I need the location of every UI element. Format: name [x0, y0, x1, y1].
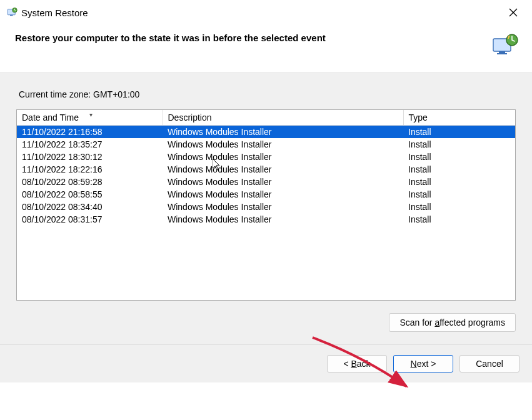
cell-date: 08/10/2022 08:34:40: [17, 201, 163, 213]
back-button[interactable]: < Back: [327, 355, 387, 372]
table-row[interactable]: 08/10/2022 08:59:28Windows Modules Insta…: [17, 176, 515, 188]
headline-bar: Restore your computer to the state it wa…: [0, 25, 532, 73]
cell-desc: Windows Modules Installer: [163, 201, 403, 213]
table-row[interactable]: 08/10/2022 08:31:57Windows Modules Insta…: [17, 213, 515, 226]
close-button[interactable]: [503, 4, 523, 21]
column-header-type-label: Type: [409, 112, 428, 122]
cell-desc: Windows Modules Installer: [163, 213, 403, 226]
cell-type: Install: [403, 163, 515, 176]
next-button[interactable]: Next >: [393, 355, 453, 372]
column-header-date-label: Date and Time: [22, 112, 79, 122]
cell-type: Install: [403, 213, 515, 226]
next-mnemonic: N: [411, 359, 417, 369]
column-header-description[interactable]: Description: [163, 110, 403, 126]
cell-type: Install: [403, 201, 515, 213]
cell-date: 11/10/2022 18:35:27: [17, 138, 163, 151]
cell-desc: Windows Modules Installer: [163, 138, 403, 151]
svg-rect-4: [499, 51, 505, 53]
sort-descending-icon: ▾: [89, 111, 93, 118]
content-area: Current time zone: GMT+01:00 Date and Ti…: [0, 73, 532, 344]
cell-date: 11/10/2022 18:30:12: [17, 151, 163, 163]
table-row[interactable]: 08/10/2022 08:58:55Windows Modules Insta…: [17, 188, 515, 201]
system-restore-icon: [6, 7, 18, 18]
cell-date: 11/10/2022 21:16:58: [17, 126, 163, 139]
svg-rect-5: [497, 53, 507, 54]
timezone-label: Current time zone: GMT+01:00: [16, 89, 516, 99]
back-suffix: ack: [357, 359, 371, 369]
cell-desc: Windows Modules Installer: [163, 188, 403, 201]
cell-type: Install: [403, 126, 515, 139]
scan-prefix: Scan for: [399, 318, 434, 328]
headline-text: Restore your computer to the state it wa…: [15, 32, 326, 43]
svg-rect-1: [10, 15, 13, 16]
cell-type: Install: [403, 176, 515, 188]
scan-suffix: ffected programs: [439, 318, 505, 328]
cell-date: 11/10/2022 18:22:16: [17, 163, 163, 176]
back-prefix: <: [343, 359, 351, 369]
restore-points-table: Date and Time ▾ Description Type 11/10/2…: [16, 109, 516, 301]
cell-desc: Windows Modules Installer: [163, 163, 403, 176]
cell-date: 08/10/2022 08:59:28: [17, 176, 163, 188]
table-row[interactable]: 11/10/2022 18:30:12Windows Modules Insta…: [17, 151, 515, 163]
cell-type: Install: [403, 151, 515, 163]
cell-date: 08/10/2022 08:58:55: [17, 188, 163, 201]
titlebar: System Restore: [0, 0, 532, 25]
wizard-button-bar: < Back Next > Cancel: [0, 344, 532, 382]
column-header-date[interactable]: Date and Time ▾: [17, 110, 163, 126]
table-row[interactable]: 08/10/2022 08:34:40Windows Modules Insta…: [17, 201, 515, 213]
cell-desc: Windows Modules Installer: [163, 151, 403, 163]
close-icon: [509, 8, 518, 17]
cell-date: 08/10/2022 08:31:57: [17, 213, 163, 226]
cell-desc: Windows Modules Installer: [163, 126, 403, 139]
back-mnemonic: B: [351, 359, 356, 369]
cell-type: Install: [403, 188, 515, 201]
table-row[interactable]: 11/10/2022 18:22:16Windows Modules Insta…: [17, 163, 515, 176]
window-title: System Restore: [21, 8, 88, 18]
scan-affected-programs-button[interactable]: Scan for affected programs: [389, 313, 516, 332]
next-suffix: ext >: [417, 359, 436, 369]
cell-type: Install: [403, 138, 515, 151]
cancel-button[interactable]: Cancel: [459, 355, 519, 372]
column-header-desc-label: Description: [168, 112, 212, 122]
cell-desc: Windows Modules Installer: [163, 176, 403, 188]
table-row[interactable]: 11/10/2022 21:16:58Windows Modules Insta…: [17, 126, 515, 139]
column-header-type[interactable]: Type: [403, 110, 515, 126]
table-row[interactable]: 11/10/2022 18:35:27Windows Modules Insta…: [17, 138, 515, 151]
system-restore-icon-large: [491, 32, 518, 58]
